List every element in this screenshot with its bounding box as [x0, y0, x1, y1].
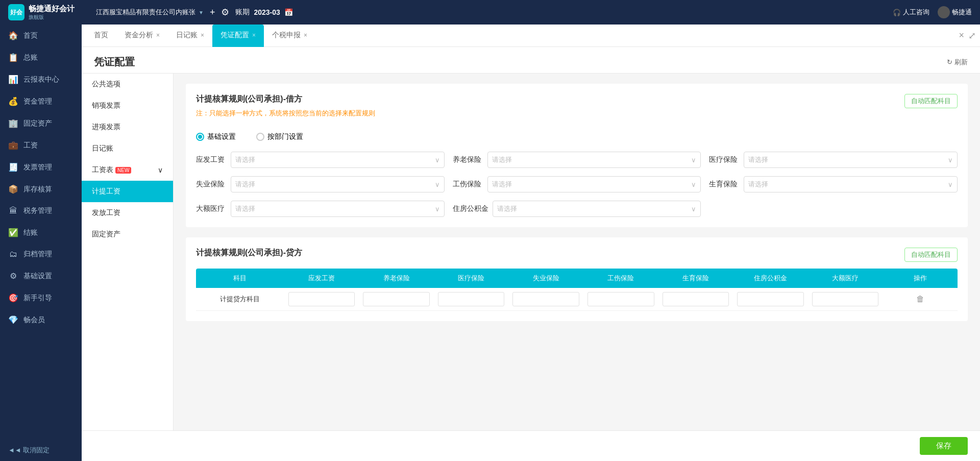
cell-ylbx[interactable]: [359, 288, 434, 310]
left-nav-salary-accrual[interactable]: 计提工资: [82, 181, 173, 202]
col-header-yfgz: 应发工资: [284, 269, 359, 288]
human-service-btn[interactable]: 🎧 人工咨询: [893, 8, 929, 17]
period-label: 账期: [235, 8, 250, 17]
select-sybx[interactable]: 请选择 ∨: [231, 176, 445, 192]
sidebar-item-fixed-assets[interactable]: 🏢 固定资产: [0, 112, 82, 134]
form-item-sybx: 失业保险 请选择 ∨: [196, 176, 445, 192]
form-item-yfgz: 应发工资 请选择 ∨: [196, 152, 445, 168]
left-nav-fixed-assets[interactable]: 固定资产: [82, 224, 173, 245]
select-zfgjj[interactable]: 请选择 ∨: [493, 201, 701, 217]
sidebar-item-inventory[interactable]: 📦 库存核算: [0, 178, 82, 200]
cell-sybx2[interactable]: [658, 288, 733, 310]
sidebar-item-tax[interactable]: 🏛 税务管理: [0, 200, 82, 222]
radio-dept[interactable]: 按部门设置: [256, 132, 303, 141]
left-nav-salary-pay[interactable]: 发放工资: [82, 202, 173, 224]
input-sybx2[interactable]: [663, 292, 729, 306]
user-avatar[interactable]: 畅捷通: [938, 6, 972, 18]
cell-dely[interactable]: [808, 288, 883, 310]
new-badge: NEW: [115, 167, 131, 174]
sidebar-item-settings[interactable]: ⚙ 基础设置: [0, 265, 82, 287]
cell-ylbx2[interactable]: [434, 288, 509, 310]
add-icon[interactable]: +: [210, 7, 215, 18]
tab-close-journal[interactable]: ×: [201, 32, 204, 39]
close-window-icon[interactable]: ×: [959, 30, 964, 41]
table-row: 计提贷方科目 🗑: [196, 288, 958, 311]
company-selector[interactable]: 江西服宝精品有限责任公司内账张 ▼: [96, 8, 204, 17]
select-chevron-icon4: ∨: [435, 181, 440, 188]
col-header-gsbx: 工伤保险: [583, 269, 658, 288]
form-item-zfgjj: 住房公积金 请选择 ∨: [453, 201, 701, 217]
input-dely[interactable]: [812, 292, 879, 306]
input-gsbx[interactable]: [587, 292, 654, 306]
refresh-btn[interactable]: ↻ 刷新: [947, 58, 968, 67]
sidebar-item-archive[interactable]: 🗂 归档管理: [0, 244, 82, 265]
sidebar-item-close[interactable]: ✅ 结账: [0, 222, 82, 244]
col-header-ylbx: 养老保险: [359, 269, 434, 288]
tab-bar: 首页 资金分析 × 日记账 × 凭证配置 × 个税申报 × × ⤢: [82, 25, 980, 47]
reports-icon: 📊: [8, 75, 18, 84]
left-nav-journal[interactable]: 日记账: [82, 138, 173, 159]
form-item-dely: 大额医疗 请选择 ∨: [196, 201, 445, 217]
cell-sybx[interactable]: [508, 288, 583, 310]
input-ylbx2[interactable]: [438, 292, 505, 306]
chevron-down-icon: ▼: [199, 10, 204, 15]
delete-row-btn[interactable]: 🗑: [916, 295, 924, 303]
sidebar-collapse-btn[interactable]: ◄◄ 取消固定: [0, 440, 82, 461]
left-nav-public[interactable]: 公共选项: [82, 74, 173, 95]
select-ylbx2[interactable]: 请选择 ∨: [744, 152, 958, 168]
funds-icon: 💰: [8, 96, 18, 106]
select-chevron-icon6: ∨: [948, 181, 953, 188]
label-dely: 大额医疗: [196, 204, 227, 213]
sidebar-item-reports[interactable]: 📊 云报表中心: [0, 68, 82, 90]
guide-icon: 🎯: [8, 293, 18, 303]
col-header-zfgjj: 住房公积金: [733, 269, 808, 288]
sidebar-item-ledger[interactable]: 📋 总账: [0, 46, 82, 68]
credit-auto-match-btn[interactable]: 自动匹配科目: [904, 248, 958, 262]
fixed-assets-icon: 🏢: [8, 118, 18, 128]
debit-auto-match-btn[interactable]: 自动匹配科目: [904, 94, 958, 108]
sidebar-item-invoice[interactable]: 🧾 发票管理: [0, 156, 82, 178]
tab-tax-report[interactable]: 个税申报 ×: [264, 25, 315, 47]
tab-close-fund-analysis[interactable]: ×: [156, 32, 160, 39]
select-dely[interactable]: 请选择 ∨: [231, 201, 445, 217]
settings-icon[interactable]: ⚙: [221, 7, 229, 18]
invoice-icon: 🧾: [8, 162, 18, 172]
refresh-icon: ↻: [947, 58, 952, 66]
sidebar-item-vip[interactable]: 💎 畅会员: [0, 309, 82, 331]
select-chevron-icon5: ∨: [691, 181, 696, 188]
save-button[interactable]: 保存: [920, 437, 968, 455]
tab-close-tax-report[interactable]: ×: [304, 32, 307, 39]
select-gsbx[interactable]: 请选择 ∨: [487, 176, 701, 192]
cell-zfgjj[interactable]: [733, 288, 808, 310]
radio-basic[interactable]: 基础设置: [196, 132, 236, 141]
select-ylbx[interactable]: 请选择 ∨: [487, 152, 701, 168]
tab-home[interactable]: 首页: [86, 25, 116, 47]
debit-section-title: 计提核算规则(公司承担)-借方: [196, 94, 375, 105]
form-item-ylbx2: 医疗保险 请选择 ∨: [709, 152, 958, 168]
sidebar-item-salary[interactable]: 💼 工资: [0, 134, 82, 156]
cell-gsbx[interactable]: [583, 288, 658, 310]
cell-action[interactable]: 🗑: [883, 290, 958, 308]
sidebar-item-funds[interactable]: 💰 资金管理: [0, 90, 82, 112]
input-sybx[interactable]: [512, 292, 579, 306]
input-ylbx[interactable]: [363, 292, 430, 306]
input-yfgz[interactable]: [288, 292, 355, 306]
left-nav-purchase[interactable]: 进项发票: [82, 116, 173, 138]
select-sybx2[interactable]: 请选择 ∨: [744, 176, 958, 192]
sidebar-item-home[interactable]: 🏠 首页: [0, 25, 82, 46]
cell-yfgz[interactable]: [284, 288, 359, 310]
calendar-icon[interactable]: 📅: [284, 8, 293, 16]
tab-fund-analysis[interactable]: 资金分析 ×: [116, 25, 168, 47]
left-nav-sales[interactable]: 销项发票: [82, 95, 173, 116]
page-header: 凭证配置 ↻ 刷新: [82, 47, 980, 74]
app-sub: 旗舰版: [29, 14, 75, 21]
tab-close-voucher-config[interactable]: ×: [252, 32, 256, 39]
expand-icon[interactable]: ⤢: [968, 30, 976, 41]
select-yfgz[interactable]: 请选择 ∨: [231, 152, 445, 168]
tab-voucher-config[interactable]: 凭证配置 ×: [212, 25, 264, 47]
input-zfgjj[interactable]: [737, 292, 804, 306]
sidebar-item-guide[interactable]: 🎯 新手引导: [0, 287, 82, 309]
radio-dept-circle: [256, 133, 264, 141]
tab-journal[interactable]: 日记账 ×: [168, 25, 212, 47]
left-nav-salary-table[interactable]: 工资表NEW ∨: [82, 159, 173, 181]
